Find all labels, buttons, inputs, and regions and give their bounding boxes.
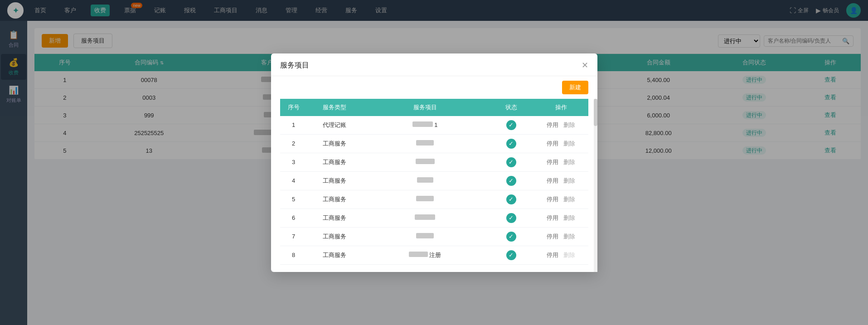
modal-cell-action: 停用 删除 bbox=[534, 171, 588, 190]
modal-cell-type: 工商服务 bbox=[307, 190, 362, 209]
delete-button[interactable]: 删除 bbox=[563, 121, 575, 128]
delete-button[interactable]: 删除 bbox=[563, 140, 575, 147]
scrollbar-track[interactable] bbox=[594, 99, 597, 272]
modal-table-row: 2 工商服务 ✓ 停用 删除 bbox=[280, 134, 588, 153]
delete-button[interactable]: 删除 bbox=[563, 214, 575, 221]
modal-col-type: 服务类型 bbox=[307, 99, 362, 116]
modal-cell-item bbox=[362, 134, 489, 153]
modal-cell-status: ✓ bbox=[489, 116, 534, 135]
modal-cell-type: 工商服务 bbox=[307, 171, 362, 190]
blurred-item bbox=[416, 196, 434, 201]
modal-close-button[interactable]: ✕ bbox=[582, 61, 588, 69]
modal-cell-item bbox=[362, 227, 489, 246]
modal-cell-action: 停用 删除 bbox=[534, 190, 588, 209]
modal-cell-type: 代理记账 bbox=[307, 116, 362, 135]
modal-cell-seq: 2 bbox=[280, 134, 307, 153]
modal-cell-action: 停用 删除 bbox=[534, 153, 588, 171]
blurred-item bbox=[416, 159, 435, 164]
stop-button[interactable]: 停用 bbox=[547, 159, 558, 165]
modal-cell-status: ✓ bbox=[489, 227, 534, 246]
blurred-item bbox=[415, 214, 435, 220]
modal-table-row: 1 代理记账 1 ✓ 停用 删除 bbox=[280, 116, 588, 135]
stop-button[interactable]: 停用 bbox=[547, 140, 558, 147]
modal-table-row: 6 工商服务 ✓ 停用 删除 bbox=[280, 209, 588, 227]
modal-col-item: 服务项目 bbox=[362, 99, 489, 116]
status-check-icon: ✓ bbox=[506, 176, 516, 186]
delete-button[interactable]: 删除 bbox=[563, 233, 575, 240]
modal-title: 服务项目 bbox=[280, 61, 309, 70]
scrollbar-thumb[interactable] bbox=[594, 99, 597, 126]
status-check-icon: ✓ bbox=[506, 157, 516, 167]
modal-overlay[interactable]: 服务项目 ✕ 新建 序号 服务类型 服务项目 状态 操作 1 代理记账 bbox=[0, 0, 868, 325]
modal-cell-seq: 4 bbox=[280, 171, 307, 190]
status-check-icon: ✓ bbox=[506, 213, 516, 223]
modal-cell-seq: 5 bbox=[280, 190, 307, 209]
modal-col-status: 状态 bbox=[489, 99, 534, 116]
delete-button[interactable]: 删除 bbox=[563, 196, 575, 203]
modal-cell-item bbox=[362, 153, 489, 171]
modal-table-row: 7 工商服务 ✓ 停用 删除 bbox=[280, 227, 588, 246]
status-check-icon: ✓ bbox=[506, 139, 516, 149]
modal-cell-status: ✓ bbox=[489, 171, 534, 190]
modal-cell-seq: 3 bbox=[280, 153, 307, 171]
blurred-item bbox=[416, 233, 434, 238]
stop-button[interactable]: 停用 bbox=[547, 196, 558, 203]
stop-button[interactable]: 停用 bbox=[547, 252, 558, 258]
modal-cell-status: ✓ bbox=[489, 134, 534, 153]
modal-table-row: 8 工商服务 注册 ✓ 停用 删除 bbox=[280, 246, 588, 264]
modal-cell-item bbox=[362, 209, 489, 227]
modal-cell-status: ✓ bbox=[489, 153, 534, 171]
modal-table-row: 5 工商服务 ✓ 停用 删除 bbox=[280, 190, 588, 209]
delete-button[interactable]: 删除 bbox=[563, 159, 575, 165]
modal-new-button[interactable]: 新建 bbox=[562, 81, 588, 94]
delete-button: 删除 bbox=[563, 252, 575, 258]
modal-cell-action: 停用 删除 bbox=[534, 227, 588, 246]
modal-cell-item: 1 bbox=[362, 116, 489, 135]
modal-cell-action: 停用 删除 bbox=[534, 246, 588, 264]
modal-cell-action: 停用 删除 bbox=[534, 134, 588, 153]
stop-button[interactable]: 停用 bbox=[547, 233, 558, 240]
modal-cell-seq: 6 bbox=[280, 209, 307, 227]
modal-table-header: 序号 服务类型 服务项目 状态 操作 bbox=[280, 99, 588, 116]
blurred-item bbox=[409, 252, 428, 257]
modal-col-seq: 序号 bbox=[280, 99, 307, 116]
modal-cell-action: 停用 删除 bbox=[534, 116, 588, 135]
modal-cell-seq: 7 bbox=[280, 227, 307, 246]
stop-button[interactable]: 停用 bbox=[547, 177, 558, 184]
modal-cell-type: 工商服务 bbox=[307, 134, 362, 153]
stop-button[interactable]: 停用 bbox=[547, 121, 558, 128]
modal-cell-status: ✓ bbox=[489, 209, 534, 227]
modal-cell-status: ✓ bbox=[489, 246, 534, 264]
blurred-item bbox=[412, 121, 433, 127]
modal-body: 序号 服务类型 服务项目 状态 操作 1 代理记账 1 ✓ 停用 删除 bbox=[271, 99, 597, 272]
blurred-item bbox=[416, 140, 434, 146]
status-check-icon: ✓ bbox=[506, 250, 516, 260]
status-check-icon: ✓ bbox=[506, 120, 516, 130]
modal-table-row: 3 工商服务 ✓ 停用 删除 bbox=[280, 153, 588, 171]
modal-table-body: 1 代理记账 1 ✓ 停用 删除 2 工商服务 ✓ 停用 删除 3 工 bbox=[280, 116, 588, 265]
modal-cell-seq: 8 bbox=[280, 246, 307, 264]
delete-button[interactable]: 删除 bbox=[563, 177, 575, 184]
modal-cell-status: ✓ bbox=[489, 190, 534, 209]
modal-col-action: 操作 bbox=[534, 99, 588, 116]
modal-cell-item bbox=[362, 171, 489, 190]
modal-toolbar: 新建 bbox=[271, 76, 597, 99]
stop-button[interactable]: 停用 bbox=[547, 214, 558, 221]
modal-header: 服务项目 ✕ bbox=[271, 53, 597, 76]
status-check-icon: ✓ bbox=[506, 232, 516, 242]
service-table: 序号 服务类型 服务项目 状态 操作 1 代理记账 1 ✓ 停用 删除 bbox=[280, 99, 588, 265]
service-items-modal: 服务项目 ✕ 新建 序号 服务类型 服务项目 状态 操作 1 代理记账 bbox=[271, 53, 597, 272]
modal-cell-seq: 1 bbox=[280, 116, 307, 135]
blurred-item bbox=[417, 177, 433, 183]
modal-cell-type: 工商服务 bbox=[307, 209, 362, 227]
modal-cell-item bbox=[362, 190, 489, 209]
modal-cell-action: 停用 删除 bbox=[534, 209, 588, 227]
modal-cell-item: 注册 bbox=[362, 246, 489, 264]
modal-cell-type: 工商服务 bbox=[307, 246, 362, 264]
modal-cell-type: 工商服务 bbox=[307, 227, 362, 246]
modal-cell-type: 工商服务 bbox=[307, 153, 362, 171]
modal-table-row: 4 工商服务 ✓ 停用 删除 bbox=[280, 171, 588, 190]
status-check-icon: ✓ bbox=[506, 194, 516, 204]
